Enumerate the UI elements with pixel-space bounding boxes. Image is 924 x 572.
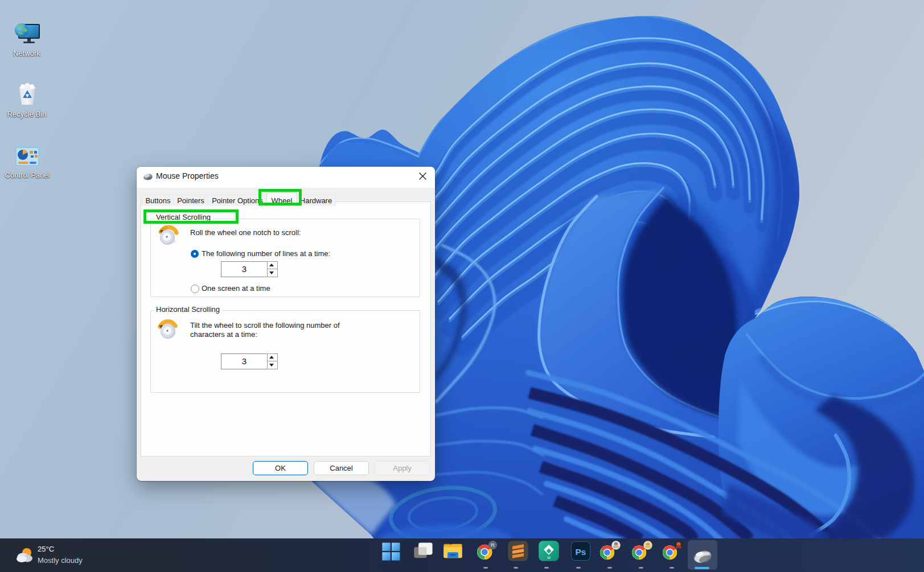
svg-text:Ps: Ps	[575, 547, 586, 557]
svg-text:w: w	[547, 555, 551, 560]
svg-text:R: R	[491, 542, 495, 548]
